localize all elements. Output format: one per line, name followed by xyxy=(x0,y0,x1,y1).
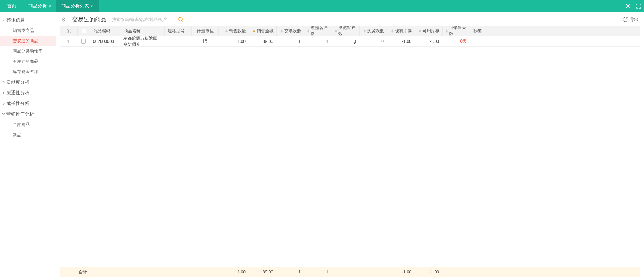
footer-cell xyxy=(121,267,164,277)
col-label: 现有库存 xyxy=(395,28,412,34)
cell-tx: 1 xyxy=(276,36,304,46)
sort-icon xyxy=(364,29,366,33)
cell-cust: 1 xyxy=(304,36,332,46)
close-all-tabs-icon[interactable] xyxy=(625,3,631,9)
sidebar-group-label: 流通性分析 xyxy=(6,90,29,96)
col-days[interactable]: 可销售天数 xyxy=(443,26,470,36)
checkbox-icon xyxy=(82,29,86,33)
cell-checkbox[interactable] xyxy=(77,36,90,46)
chevron-right-icon xyxy=(2,92,5,94)
sidebar-group: 整体信息销售类商品交易过的商品商品分类动销率有库存的商品库存资金占用 xyxy=(0,15,56,77)
sidebar-group-header[interactable]: 营销推广分析 xyxy=(0,109,56,120)
sidebar-group-header[interactable]: 流通性分析 xyxy=(0,88,56,98)
cell-tag xyxy=(470,36,640,46)
footer-cell xyxy=(332,267,359,277)
chevron-right-icon xyxy=(2,102,5,105)
svg-point-1 xyxy=(68,30,69,32)
col-bcnt[interactable]: 浏览次数 xyxy=(360,26,387,36)
tab-label: 首页 xyxy=(7,3,16,9)
collapse-sidebar-button[interactable] xyxy=(60,16,67,23)
col-settings[interactable] xyxy=(60,26,78,36)
search-input[interactable] xyxy=(111,16,175,23)
footer-cell xyxy=(90,267,121,277)
col-code[interactable]: 商品编码 xyxy=(90,26,121,36)
sort-icon xyxy=(225,29,228,33)
col-label: 浏览客户数 xyxy=(338,26,357,37)
main-header: 交易过的商品 导出 xyxy=(56,12,644,26)
sidebar-group: 成长性分析 xyxy=(0,98,56,109)
col-avail[interactable]: 可用库存 xyxy=(415,26,443,36)
sidebar-group: 营销推广分析全部商品新品 xyxy=(0,109,56,140)
sidebar-group-label: 贡献度分析 xyxy=(6,79,29,85)
col-label: 可用库存 xyxy=(422,28,439,34)
export-button[interactable]: 导出 xyxy=(623,17,638,23)
col-checkbox-all[interactable] xyxy=(78,26,90,36)
cell-bcnt: 0 xyxy=(359,36,387,46)
sidebar-group-label: 成长性分析 xyxy=(6,100,29,107)
sidebar-item[interactable]: 商品分类动销率 xyxy=(0,46,56,56)
footer-avail: -1.00 xyxy=(415,267,442,277)
table-header: 商品编码 商品名称 规格型号 计量单位 销售数量 销售金额 交易次数 覆盖客户数… xyxy=(60,26,640,36)
sidebar-item[interactable]: 库存资金占用 xyxy=(0,67,56,77)
sidebar-item[interactable]: 全部商品 xyxy=(0,120,56,130)
footer-cell xyxy=(191,267,218,277)
tab-product-analysis-list[interactable]: 商品分析列表 × xyxy=(56,0,99,12)
cell-idx: 1 xyxy=(60,36,77,46)
footer-label-cell xyxy=(60,267,77,277)
tab-close-icon[interactable]: × xyxy=(91,4,94,9)
cell-name: 左都胶囊五折遮阳伞防晒伞; xyxy=(121,36,164,46)
search-wrap xyxy=(111,16,184,23)
col-cust[interactable]: 覆盖客户数 xyxy=(304,26,332,36)
search-icon[interactable] xyxy=(178,17,184,22)
tabbar-actions xyxy=(625,0,642,12)
sidebar-group-header[interactable]: 整体信息 xyxy=(0,15,56,26)
export-label: 导出 xyxy=(630,17,638,23)
col-stock[interactable]: 现有库存 xyxy=(387,26,415,36)
footer-value: 1 xyxy=(326,270,329,275)
table-row[interactable]: 1002600003左都胶囊五折遮阳伞防晒伞;把1.0089.001100-1.… xyxy=(60,36,640,47)
cell-spec xyxy=(164,36,191,46)
sidebar-group: 流通性分析 xyxy=(0,88,56,98)
sidebar-group: 贡献度分析 xyxy=(0,77,56,88)
tab-product-analysis[interactable]: 商品分析 × xyxy=(23,0,56,12)
tab-label: 商品分析 xyxy=(28,3,47,9)
workspace: 整体信息销售类商品交易过的商品商品分类动销率有库存的商品库存资金占用贡献度分析流… xyxy=(0,12,644,277)
col-label: 标签 xyxy=(473,28,482,34)
tab-bar: 首页 商品分析 × 商品分析列表 × xyxy=(0,0,644,12)
svg-point-0 xyxy=(179,17,182,21)
fullscreen-icon[interactable] xyxy=(635,3,642,9)
footer-value: 1.00 xyxy=(237,270,246,275)
footer-cell xyxy=(470,267,640,277)
tab-close-icon[interactable]: × xyxy=(49,4,51,9)
col-bcust[interactable]: 浏览客户数 xyxy=(332,26,360,36)
sidebar-item[interactable]: 交易过的商品 xyxy=(0,36,56,46)
col-spec[interactable]: 规格型号 xyxy=(165,26,192,36)
sidebar-group-header[interactable]: 贡献度分析 xyxy=(0,77,56,88)
sidebar-item[interactable]: 有库存的商品 xyxy=(0,56,56,67)
table-area: 商品编码 商品名称 规格型号 计量单位 销售数量 销售金额 交易次数 覆盖客户数… xyxy=(56,26,644,277)
col-tx[interactable]: 交易次数 xyxy=(277,26,304,36)
sidebar-group-header[interactable]: 成长性分析 xyxy=(0,98,56,109)
col-label: 商品编码 xyxy=(93,28,110,34)
col-amt[interactable]: 销售金额 xyxy=(249,26,277,36)
footer-value: 1 xyxy=(298,270,301,275)
sort-icon xyxy=(419,29,421,33)
col-label: 浏览次数 xyxy=(367,28,384,34)
cell-bcust[interactable]: 0 xyxy=(332,36,359,46)
sort-icon xyxy=(446,29,448,33)
col-name[interactable]: 商品名称 xyxy=(121,26,165,36)
tab-home[interactable]: 首页 xyxy=(0,0,23,12)
col-label: 计量单位 xyxy=(197,28,214,34)
sidebar-item[interactable]: 新品 xyxy=(0,130,56,140)
col-tag[interactable]: 标签 xyxy=(470,26,640,36)
footer-amt: 89.00 xyxy=(249,267,276,277)
cell-avail: -1.00 xyxy=(415,36,442,46)
col-label: 交易次数 xyxy=(284,28,301,34)
table-footer: 合计: 1.00 89.00 1 1 -1.00 -1.00 xyxy=(60,267,640,277)
chevron-down-icon xyxy=(2,113,5,116)
col-qty[interactable]: 销售数量 xyxy=(219,26,249,36)
sidebar-item[interactable]: 销售类商品 xyxy=(0,26,56,36)
col-label: 销售数量 xyxy=(229,28,246,34)
sort-icon xyxy=(281,29,283,33)
col-unit[interactable]: 计量单位 xyxy=(192,26,219,36)
